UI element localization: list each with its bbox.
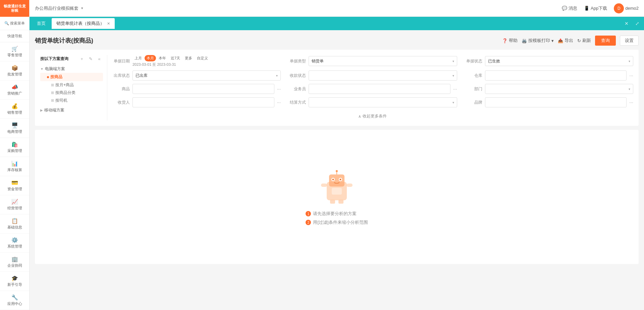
warehouse-more[interactable]: ··· [629,73,633,78]
workspace-dropdown[interactable]: ▾ [81,6,83,10]
user-menu-btn[interactable]: D demo2 [614,3,639,13]
sidebar-item-retail[interactable]: 🛒 零售管理 [0,42,29,61]
export-btn[interactable]: 📤 导出 [558,38,573,44]
basic-label: 基础信息 [7,225,22,230]
staff-input[interactable] [309,84,450,94]
quick-nav-btn[interactable]: 快捷导航 [0,32,29,40]
sidebar: 畅捷通好生意 标账 🔍 搜索菜单 快捷导航 🛒 零售管理 📦 批发管理 📣 营销… [0,0,30,310]
svg-point-4 [332,179,334,180]
doctype-select[interactable]: 销货单 ▾ [309,56,457,66]
date-opt-this-month[interactable]: 本月 [145,55,156,61]
receiver-more[interactable]: ··· [277,100,281,105]
system-label: 系统管理 [7,244,22,249]
date-opt-this-year[interactable]: 本年 [157,55,168,61]
tabbar: 首页 销货单统计表（按商品） ✕ ✕ ⤢ [30,17,644,30]
tab-sales-stat[interactable]: 销货单统计表（按商品） ✕ [52,18,115,29]
sidebar-item-system[interactable]: ⚙️ 系统管理 [0,234,29,253]
search-menu-btn[interactable]: 🔍 搜索菜单 [4,19,25,27]
print-dropdown-icon[interactable]: ▾ [551,38,554,43]
tab-close-btn[interactable]: ✕ [623,19,631,28]
staff-label: 业务员 [287,86,306,92]
payment-arrow: ▾ [452,101,454,104]
driver-icon: ⊞ [51,98,54,103]
scheme-edit-btn[interactable]: ✎ [87,55,94,62]
tab-home-label: 首页 [37,20,46,27]
svg-rect-12 [332,188,342,195]
query-btn[interactable]: 查询 [595,36,616,46]
brand-more[interactable]: ··· [629,100,633,105]
app-download-btn[interactable]: 📱 App下载 [584,5,607,11]
scheme-sub-item-driver[interactable]: ⊞ 按司机 [40,97,103,104]
collapse-btn[interactable]: ∧ 收起更多条件 [354,112,391,120]
scheme-actions: + ✎ « [78,55,103,62]
goods-more[interactable]: ··· [277,86,281,92]
svg-rect-10 [321,184,327,187]
warehouse-input[interactable] [485,70,627,81]
user-name: demo2 [625,6,639,11]
collect-status-arrow: ▾ [452,74,454,78]
scheme-collapse-btn[interactable]: « [96,55,103,62]
date-opt-more[interactable]: 更多 [183,55,194,61]
sidebar-item-sales[interactable]: 💰 销售管理 [0,100,29,119]
sidebar-search-section: 🔍 搜索菜单 [0,17,29,30]
app-logo[interactable]: 畅捷通好生意 标账 [0,0,29,17]
brand-input[interactable] [485,97,627,107]
date-opt-custom[interactable]: 自定义 [195,55,210,61]
purchase-icon: 🛍️ [11,141,18,148]
appcenter-icon: 🔧 [11,294,18,301]
sidebar-item-newbie[interactable]: 🎓 新手引导 [0,272,29,291]
user-avatar: D [614,3,624,13]
message-btn[interactable]: 💬 消息 [562,5,577,11]
docstatus-select[interactable]: 已生效 ▾ [485,56,633,66]
sidebar-item-ecommerce[interactable]: 🖥️ 电商管理 [0,119,29,138]
docstatus-value: 已生效 [488,58,500,64]
print-btn[interactable]: 🖨️ 按模板打印 ▾ [522,38,554,44]
scheme-sub-item-category[interactable]: ⊞ 按商品分类 [40,89,103,97]
help-btn[interactable]: ❓ 帮助 [502,38,518,44]
scheme-item-by-goods-label: 按商品 [50,74,62,80]
payment-select[interactable]: ▾ [309,97,457,107]
scheme-item-by-goods[interactable]: 按商品 [40,73,103,81]
scheme-section-pc-header[interactable]: ▼ 电脑端方案 [40,65,103,73]
staff-more[interactable]: ··· [453,86,457,92]
filter-date-row: 单据日期 上月 本月 本年 近7天 更多 自定义 2023-03-01 至 20… [111,55,281,67]
receiver-input[interactable] [132,97,274,107]
sidebar-item-wholesale[interactable]: 📦 批发管理 [0,61,29,81]
scheme-add-btn[interactable]: + [78,55,86,62]
refresh-btn[interactable]: ↻ 刷新 [577,38,591,44]
scheme-sub-item-month-goods[interactable]: ⊞ 按月+商品 [40,81,103,89]
tab-expand-btn[interactable]: ⤢ [633,19,641,28]
settings-btn[interactable]: 设置 [620,36,639,46]
date-opt-last-month[interactable]: 上月 [132,55,144,61]
finance-label: 资金管理 [7,187,22,192]
appcenter-label: 应用中心 [7,301,22,306]
finance-icon: 💳 [11,179,18,186]
doctype-arrow: ▾ [452,59,454,63]
sidebar-item-basic[interactable]: 📋 基础信息 [0,214,29,234]
wh-status-arrow: ▾ [276,74,278,78]
newbie-icon: 🎓 [11,275,18,281]
sidebar-item-purchase[interactable]: 🛍️ 采购管理 [0,138,29,157]
sidebar-item-enterprise[interactable]: 🏢 企业协同 [0,253,29,272]
main-area: 办公用品行业模拟账套 ▾ 💬 消息 📱 App下载 D demo2 首页 [30,0,644,310]
operations-icon: 📈 [11,199,18,205]
wh-status-select[interactable]: 已出库 ▾ [132,70,281,81]
page-actions: ❓ 帮助 🖨️ 按模板打印 ▾ 📤 导出 ↻ 刷新 查询 设置 [502,36,639,46]
scheme-section-mobile: ▶ 移动端方案 [40,106,103,114]
sidebar-item-inventory[interactable]: 📊 库存核算 [0,157,29,176]
dept-select[interactable]: ▾ [485,84,633,94]
tab-home[interactable]: 首页 [32,18,50,29]
date-opt-7days[interactable]: 近7天 [169,55,182,61]
sidebar-item-marketing[interactable]: 📣 营销推广 [0,81,29,100]
sidebar-item-operations[interactable]: 📈 经营管理 [0,195,29,214]
empty-msg-text-2: 用[过滤]条件来缩小分析范围 [313,219,368,225]
goods-input[interactable] [132,84,274,94]
help-label: 帮助 [509,38,518,44]
sidebar-item-finance[interactable]: 💳 资金管理 [0,176,29,195]
tab-sales-stat-close[interactable]: ✕ [107,21,110,26]
tab-sales-stat-label: 销货单统计表（按商品） [56,20,104,27]
collect-status-select[interactable]: ▾ [309,70,457,81]
scheme-section-mobile-header[interactable]: ▶ 移动端方案 [40,106,103,114]
filter-brand-row: 品牌 ··· [464,97,633,107]
sidebar-item-appcenter[interactable]: 🔧 应用中心 [0,291,29,310]
